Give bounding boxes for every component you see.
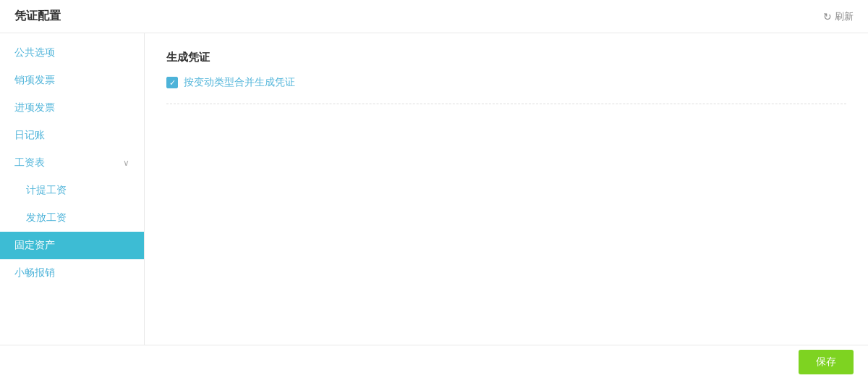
refresh-label: 刷新	[835, 10, 854, 23]
sidebar-item-label: 固定资产	[14, 239, 55, 252]
sidebar-item-fixed-assets[interactable]: 固定资产	[0, 232, 144, 259]
sidebar-item-public-options[interactable]: 公共选项	[0, 39, 144, 67]
page-title: 凭证配置	[14, 9, 61, 24]
sidebar-item-label: 工资表	[14, 156, 45, 169]
sidebar-item-label: 发放工资	[26, 211, 67, 224]
divider	[166, 104, 846, 104]
sidebar-item-label: 进项发票	[14, 101, 55, 114]
sidebar-item-label: 日记账	[14, 129, 45, 142]
footer: 保存	[0, 345, 868, 378]
check-mark-icon: ✓	[169, 79, 176, 87]
main-content: 生成凭证 ✓ 按变动类型合并生成凭证	[145, 33, 868, 345]
sidebar-item-sales-invoice[interactable]: 销项发票	[0, 67, 144, 94]
merge-generate-checkbox[interactable]: ✓	[166, 77, 178, 88]
checkbox-row: ✓ 按变动类型合并生成凭证	[166, 76, 846, 89]
section-title: 生成凭证	[166, 51, 846, 64]
page-wrapper: 凭证配置 ↻ 刷新 公共选项 销项发票 进项发票 日记账 工资表 ∨	[0, 0, 868, 378]
sidebar-item-label: 销项发票	[14, 74, 55, 87]
checkbox-label[interactable]: 按变动类型合并生成凭证	[184, 76, 295, 89]
sidebar-item-pay-salary[interactable]: 发放工资	[0, 204, 144, 232]
sidebar-item-purchase-invoice[interactable]: 进项发票	[0, 94, 144, 122]
sidebar-item-label: 计提工资	[26, 184, 67, 197]
refresh-icon: ↻	[823, 11, 832, 22]
chevron-down-icon: ∨	[123, 158, 129, 168]
sidebar-item-expense-report[interactable]: 小畅报销	[0, 259, 144, 287]
body: 公共选项 销项发票 进项发票 日记账 工资表 ∨ 计提工资 发放工资	[0, 33, 868, 345]
refresh-button[interactable]: ↻ 刷新	[823, 10, 854, 23]
sidebar-item-label: 公共选项	[14, 46, 55, 59]
sidebar-item-payroll-table[interactable]: 工资表 ∨	[0, 149, 144, 177]
sidebar-item-journal[interactable]: 日记账	[0, 122, 144, 149]
header: 凭证配置 ↻ 刷新	[0, 0, 868, 33]
sidebar-item-label: 小畅报销	[14, 266, 55, 280]
sidebar: 公共选项 销项发票 进项发票 日记账 工资表 ∨ 计提工资 发放工资	[0, 33, 145, 345]
save-button[interactable]: 保存	[799, 350, 854, 374]
sidebar-item-calculate-salary[interactable]: 计提工资	[0, 177, 144, 204]
